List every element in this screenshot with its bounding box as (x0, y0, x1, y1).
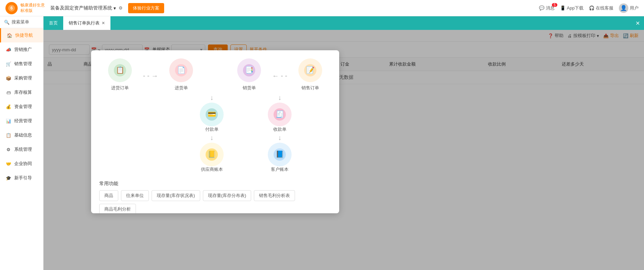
func-btn-contacts[interactable]: 往来单位 (121, 190, 149, 201)
svg-text:📑: 📑 (245, 66, 254, 74)
customer-ledger-label: 客户账本 (271, 166, 289, 173)
home-icon: 🏠 (6, 32, 13, 38)
tab-bar: 首页 销售订单执行表 ✕ ✕ (43, 16, 644, 30)
sidebar-item-label: 营销推广 (14, 47, 32, 53)
func-buttons: 商品 往来单位 现存量(库存状况表) 现存量(库存分布表) 销售毛利分析表 商品… (99, 190, 331, 213)
sidebar-item-label: 销售管理 (14, 61, 32, 67)
app-download-btn[interactable]: 📱 App下载 (560, 5, 584, 11)
svg-text:📄: 📄 (177, 66, 186, 74)
close-all-tabs-btn[interactable]: ✕ (631, 20, 644, 26)
sidebar-item-system[interactable]: ⚙ 系统管理 (0, 142, 43, 157)
sidebar-item-inventory[interactable]: 🗃 库存核算 (0, 85, 43, 100)
sidebar-item-basic-info[interactable]: 📋 基础信息 (0, 128, 43, 142)
flow-diagram: 📋 进货订单 - - → (99, 58, 331, 173)
tab-close-icon[interactable]: ✕ (102, 21, 105, 25)
func-btn-product-profit[interactable]: 商品毛利分析 (99, 204, 136, 213)
receipt-slip-label: 收款单 (273, 126, 286, 132)
sidebar-item-sales[interactable]: 🛒 销售管理 (0, 57, 43, 71)
inventory-icon: 🗃 (5, 89, 12, 95)
arrow-h-1: - - → (140, 65, 161, 80)
top-bar: 6 畅康通好生意 标准版 装备及固定资产辅助管理系统 ▾ ⚙ 体验行业方案 💬 … (0, 0, 644, 16)
common-func: 常用功能 商品 往来单位 现存量(库存状况表) 现存量(库存分布表) 销售毛利分… (99, 181, 331, 213)
sidebar-item-enterprise[interactable]: 🤝 企业协同 (0, 157, 43, 171)
sales-slip-label: 销货单 (243, 85, 256, 91)
headset-icon: 🎧 (589, 5, 594, 11)
basic-info-icon: 📋 (5, 132, 12, 138)
svg-text:📝: 📝 (306, 66, 315, 74)
arrow-v-sales: ↓ (278, 92, 281, 103)
tab-label: 销售订单执行表 (69, 20, 100, 26)
sales-slip-icon: 📑 (237, 58, 261, 82)
newbie-icon: 🎓 (5, 175, 12, 181)
common-func-title: 常用功能 (99, 181, 331, 187)
purchase-slip-label: 进货单 (175, 85, 188, 91)
system-title: 装备及固定资产辅助管理系统 (50, 5, 112, 11)
modal-overlay: 📋 进货订单 - - → (43, 30, 644, 270)
sidebar: 🔍 搜索菜单 🏠 快捷导航 📣 营销推广 🛒 销售管理 📦 采购管理 🗃 (0, 16, 43, 270)
sidebar-item-quick-nav[interactable]: 🏠 快捷导航 (0, 28, 43, 42)
purchase-order-label: 进货订单 (111, 85, 129, 91)
receipt-slip-icon: 🧾 (268, 103, 292, 126)
arrow-v-receipt: ↓ (278, 132, 281, 143)
logo-area: 6 畅康通好生意 标准版 (5, 2, 45, 14)
content-body: ❓ 帮助 🖨 按模板打印 ▾ 📤 导出 🔄 (43, 30, 644, 270)
sidebar-search-btn[interactable]: 🔍 搜索菜单 (0, 16, 43, 28)
message-btn[interactable]: 💬 消息 5 (539, 5, 555, 11)
svg-text:💳: 💳 (208, 110, 216, 118)
sidebar-item-label: 基础信息 (14, 132, 32, 138)
flow-node-sales-slip: 📑 销货单 (229, 58, 269, 91)
finance-icon: 💰 (5, 104, 12, 110)
func-btn-stock-status[interactable]: 现存量(库存状况表) (152, 190, 200, 201)
sales-slip-col: ↓ 🧾 收款单 ↓ 📘 (259, 92, 300, 173)
purchase-slip-icon: 📄 (169, 58, 193, 82)
func-btn-stock-dist[interactable]: 现存量(库存分布表) (203, 190, 251, 201)
logo-text: 畅康通好生意 标准版 (20, 3, 45, 13)
tab-label: 首页 (49, 20, 58, 26)
sidebar-item-label: 系统管理 (14, 146, 32, 152)
sidebar-item-marketing[interactable]: 📣 营销推广 (0, 42, 43, 57)
flow-node-purchase-order: 📋 进货订单 (100, 58, 140, 91)
tab-home[interactable]: 首页 (43, 16, 63, 30)
func-btn-product[interactable]: 商品 (99, 190, 118, 201)
arrow-v-purchase: ↓ (210, 92, 213, 103)
logo-icon: 6 (5, 2, 18, 14)
system-icon: ⚙ (5, 146, 12, 152)
tab-sales-order-exec[interactable]: 销售订单执行表 ✕ (63, 16, 110, 30)
search-icon: 🔍 (4, 20, 10, 25)
trial-btn[interactable]: 体验行业方案 (128, 3, 164, 13)
supplier-ledger-label: 供应商账本 (201, 166, 223, 173)
purchase-slip-col: ↓ 💳 付款单 ↓ 📒 (191, 92, 232, 173)
sidebar-item-operations[interactable]: 📊 经营管理 (0, 114, 43, 128)
system-title-dropdown[interactable]: 装备及固定资产辅助管理系统 ▾ (50, 5, 116, 11)
svg-text:📋: 📋 (116, 66, 124, 74)
purchase-order-icon: 📋 (108, 58, 132, 82)
sidebar-item-finance[interactable]: 💰 资金管理 (0, 100, 43, 114)
message-icon: 💬 (539, 5, 544, 11)
settings-icon[interactable]: ⚙ (116, 3, 125, 13)
flow-node-purchase-slip: 📄 进货单 (161, 58, 202, 91)
sidebar-item-label: 资金管理 (14, 104, 32, 110)
online-service-btn[interactable]: 🎧 在线客服 (589, 5, 613, 11)
svg-text:📘: 📘 (276, 150, 284, 158)
modal-box: 📋 进货订单 - - → (91, 50, 339, 213)
payment-slip-icon: 💳 (200, 103, 224, 126)
content-area: 首页 销售订单执行表 ✕ ✕ ❓ 帮助 (43, 16, 644, 270)
svg-text:🧾: 🧾 (276, 110, 284, 118)
user-avatar-btn[interactable]: 👤 用户 (619, 3, 639, 13)
customer-ledger-icon: 📘 (268, 143, 292, 166)
sidebar-item-label: 采购管理 (14, 75, 32, 81)
sales-order-label: 销售订单 (301, 85, 319, 91)
sidebar-item-newbie[interactable]: 🎓 新手引导 (0, 171, 43, 185)
sidebar-item-purchase[interactable]: 📦 采购管理 (0, 71, 43, 85)
chevron-down-icon: ▾ (114, 5, 116, 11)
sales-icon: 🛒 (5, 61, 12, 67)
func-btn-sales-profit[interactable]: 销售毛利分析表 (254, 190, 295, 201)
operations-icon: 📊 (5, 118, 12, 124)
flow-node-sales-order: 📝 销售订单 (290, 58, 331, 91)
avatar: 👤 (619, 3, 628, 13)
enterprise-icon: 🤝 (5, 161, 12, 167)
main-area: 🔍 搜索菜单 🏠 快捷导航 📣 营销推广 🛒 销售管理 📦 采购管理 🗃 (0, 16, 644, 270)
sidebar-item-label: 快捷导航 (15, 32, 33, 38)
svg-text:📒: 📒 (208, 150, 216, 158)
top-right: 💬 消息 5 📱 App下载 🎧 在线客服 👤 用户 (539, 3, 639, 13)
